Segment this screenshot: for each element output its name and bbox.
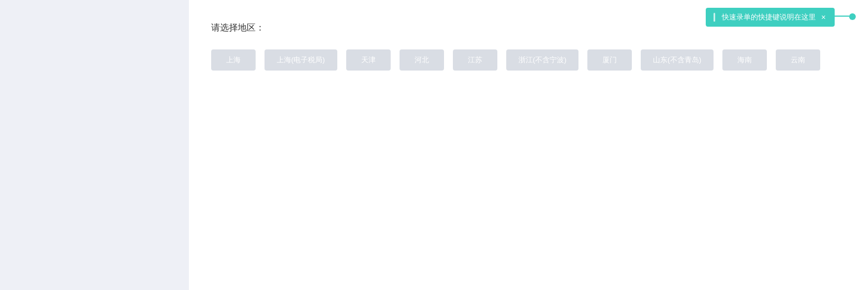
region-button-shanghai[interactable]: 上海 (211, 49, 256, 71)
tooltip-text: 快速录单的快捷键说明在这里 (722, 12, 816, 22)
tooltip-close-button[interactable]: × (820, 13, 827, 21)
region-button-hebei[interactable]: 河北 (400, 49, 444, 71)
region-button-yunnan[interactable]: 云南 (776, 49, 820, 71)
main-content: 请选择地区： 上海上海(电子税局)天津河北江苏浙江(不含宁波)厦门山东(不含青岛… (189, 0, 868, 290)
region-button-shanghai-etax[interactable]: 上海(电子税局) (265, 49, 337, 71)
region-button-group: 上海上海(电子税局)天津河北江苏浙江(不含宁波)厦门山东(不含青岛)海南云南 (211, 49, 846, 71)
region-button-jiangsu[interactable]: 江苏 (453, 49, 497, 71)
region-button-shandong[interactable]: 山东(不含青岛) (641, 49, 714, 71)
tooltip-accent (714, 13, 715, 22)
app-layout: 请选择地区： 上海上海(电子税局)天津河北江苏浙江(不含宁波)厦门山东(不含青岛… (0, 0, 868, 290)
region-button-xiamen[interactable]: 厦门 (587, 49, 632, 71)
tooltip-connector-dot (849, 13, 856, 20)
region-button-zhejiang[interactable]: 浙江(不含宁波) (506, 49, 579, 71)
region-button-tianjin[interactable]: 天津 (346, 49, 391, 71)
region-button-hainan[interactable]: 海南 (722, 49, 767, 71)
tooltip-bar: 快速录单的快捷键说明在这里 × (706, 8, 835, 27)
sidebar (0, 0, 189, 290)
tooltip-connector-line (834, 16, 849, 17)
